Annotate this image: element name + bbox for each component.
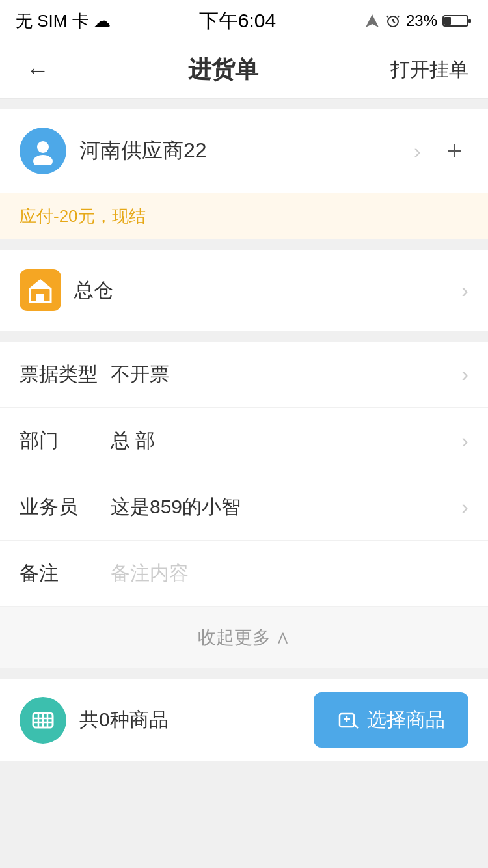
page-title: 进货单 bbox=[188, 54, 258, 86]
dept-chevron-icon: › bbox=[461, 429, 468, 453]
ticket-chevron-icon: › bbox=[461, 362, 468, 387]
form-section: 票据类型 不开票 › 部门 总 部 › 业务员 这是859的小智 › 备注 备注… bbox=[0, 342, 488, 668]
location-icon bbox=[364, 13, 380, 29]
status-left: 无 SIM 卡 ☁ bbox=[16, 10, 111, 33]
status-bar: 无 SIM 卡 ☁ 下午6:04 23% bbox=[0, 0, 488, 42]
back-button[interactable]: ← bbox=[20, 50, 56, 90]
ticket-label: 票据类型 bbox=[20, 361, 111, 388]
staff-row[interactable]: 业务员 这是859的小智 › bbox=[0, 474, 488, 541]
note-label: 备注 bbox=[20, 560, 111, 587]
staff-label: 业务员 bbox=[20, 494, 111, 521]
warehouse-name: 总仓 bbox=[74, 277, 461, 304]
note-row[interactable]: 备注 备注内容 bbox=[0, 541, 488, 607]
product-count: 共0种商品 bbox=[79, 707, 314, 733]
ticket-value: 不开票 bbox=[111, 361, 461, 388]
cart-icon bbox=[29, 707, 57, 734]
section-gap-2 bbox=[0, 239, 488, 250]
select-product-icon bbox=[337, 709, 360, 732]
svg-rect-8 bbox=[468, 19, 471, 23]
battery-icon bbox=[442, 13, 472, 29]
staff-chevron-icon: › bbox=[461, 495, 468, 519]
note-placeholder[interactable]: 备注内容 bbox=[111, 560, 468, 587]
person-icon bbox=[29, 137, 57, 165]
svg-marker-13 bbox=[30, 280, 51, 289]
svg-point-10 bbox=[33, 155, 53, 165]
avatar bbox=[20, 128, 66, 174]
collapse-button[interactable]: 收起更多 ∧ bbox=[0, 607, 488, 668]
svg-rect-12 bbox=[36, 294, 44, 302]
dept-label: 部门 bbox=[20, 427, 111, 454]
section-gap-3 bbox=[0, 331, 488, 342]
status-time: 下午6:04 bbox=[199, 8, 276, 34]
notice-bar: 应付-20元，现结 bbox=[0, 193, 488, 239]
warehouse-row[interactable]: 总仓 › bbox=[0, 250, 488, 331]
ticket-row[interactable]: 票据类型 不开票 › bbox=[0, 342, 488, 408]
warehouse-section: 总仓 › bbox=[0, 250, 488, 331]
supplier-name: 河南供应商22 bbox=[79, 137, 414, 165]
dept-value: 总 部 bbox=[111, 427, 461, 454]
select-product-label: 选择商品 bbox=[367, 707, 445, 733]
warehouse-chevron-icon: › bbox=[461, 278, 468, 303]
supplier-chevron-icon: › bbox=[414, 139, 421, 163]
svg-marker-0 bbox=[366, 14, 379, 27]
section-gap-1 bbox=[0, 99, 488, 109]
svg-line-5 bbox=[398, 16, 399, 17]
warehouse-icon-bg bbox=[20, 269, 61, 311]
staff-value: 这是859的小智 bbox=[111, 494, 461, 521]
bottom-bar: 共0种商品 选择商品 bbox=[0, 679, 488, 761]
status-right: 23% bbox=[364, 12, 472, 30]
supplier-row[interactable]: 河南供应商22 › + bbox=[0, 109, 488, 193]
dept-row[interactable]: 部门 总 部 › bbox=[0, 408, 488, 474]
svg-rect-7 bbox=[444, 17, 451, 25]
supplier-section: 河南供应商22 › + 应付-20元，现结 bbox=[0, 109, 488, 239]
battery-status: 23% bbox=[406, 12, 437, 30]
nav-bar: ← 进货单 打开挂单 bbox=[0, 42, 488, 99]
svg-line-3 bbox=[393, 21, 395, 23]
sim-status: 无 SIM 卡 ☁ bbox=[16, 10, 111, 33]
svg-point-9 bbox=[37, 141, 49, 153]
select-product-button[interactable]: 选择商品 bbox=[314, 692, 468, 748]
add-supplier-button[interactable]: + bbox=[441, 137, 468, 166]
svg-line-4 bbox=[387, 16, 388, 17]
cart-icon-bg bbox=[20, 697, 66, 744]
alarm-icon bbox=[385, 13, 401, 29]
open-pending-button[interactable]: 打开挂单 bbox=[390, 57, 468, 83]
house-icon bbox=[27, 277, 53, 303]
